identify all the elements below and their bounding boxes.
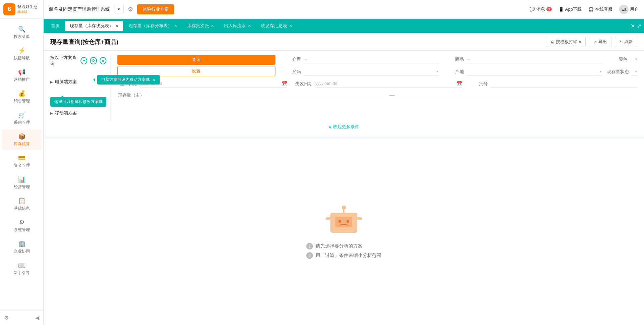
tab-close-all-icon[interactable]: ✕ bbox=[631, 23, 635, 29]
warehouse-label: 仓库 bbox=[281, 56, 301, 62]
collapse-bar[interactable]: ∧ 收起更多条件 bbox=[50, 121, 637, 132]
empty-hint-1: 1 请先选择要分析的方案 bbox=[306, 243, 381, 250]
prod-date-input[interactable]: yyyy-mm-dd 📅 bbox=[140, 79, 287, 88]
search-button[interactable]: 查询 bbox=[117, 55, 275, 65]
user-action[interactable]: Ea 用户 bbox=[619, 5, 639, 14]
sidebar-item-inventory[interactable]: 📦 库存核算 bbox=[2, 129, 41, 150]
tab-close-icon[interactable]: ✕ bbox=[211, 24, 214, 28]
trial-button[interactable]: 体验行业方案 bbox=[137, 4, 174, 14]
topbar-settings-icon[interactable]: ⚙ bbox=[128, 6, 133, 13]
sidebar-item-enterprise[interactable]: 🏢 企业协同 bbox=[2, 237, 41, 258]
app-download-action[interactable]: 📱 App下载 bbox=[558, 6, 582, 12]
footer-settings-icon[interactable]: ⚙ bbox=[4, 315, 9, 321]
refresh-btn[interactable]: ↻ 刷新 bbox=[615, 37, 637, 47]
tab-inventory-dist[interactable]: 现存量（库存分布表） ✕ bbox=[124, 21, 182, 31]
origin-select[interactable]: ▾ bbox=[467, 68, 602, 75]
stock-status-select[interactable]: ▾ bbox=[632, 68, 637, 75]
filter-exp-date-row: 失效日期 yyyy-mm-dd 📅 bbox=[292, 79, 462, 88]
color-dropdown-icon: ▾ bbox=[635, 57, 637, 61]
scheme-mobile-label: 移动端方案 bbox=[55, 110, 77, 116]
warehouse-select[interactable]: ··· bbox=[304, 55, 439, 63]
system-selector[interactable]: ▾ bbox=[114, 5, 124, 13]
scheme-tree: 电脑方案可设为移动方案哦 ✕ ▶ 电脑端方案 这里可以创建和修改方案哦 ✕ bbox=[50, 77, 106, 117]
guide-icon: 📖 bbox=[18, 262, 25, 269]
sidebar-item-system[interactable]: ⚙ 系统管理 bbox=[2, 215, 41, 236]
tab-inout-flow[interactable]: 出入库流水 ✕ bbox=[219, 21, 256, 31]
sidebar-item-label: 资金管理 bbox=[14, 163, 30, 168]
export-btn[interactable]: ↗ 导出 bbox=[589, 37, 611, 47]
sidebar-item-basic[interactable]: 📋 基础信息 bbox=[2, 194, 41, 215]
edit-scheme-btn[interactable]: ⟳ bbox=[90, 57, 97, 64]
tab-close-icon[interactable]: ✕ bbox=[174, 24, 177, 28]
product-dots: ··· bbox=[467, 57, 470, 62]
product-select[interactable]: ··· bbox=[467, 55, 602, 63]
tab-home[interactable]: 首页 bbox=[46, 21, 64, 31]
logo-area: 6 畅通好生意 标准版 bbox=[0, 0, 43, 19]
sidebar-item-guide[interactable]: 📖 新手引导 bbox=[2, 258, 41, 279]
tab-flow-label: 出入库流水 bbox=[224, 23, 246, 29]
filter-size-row: 尺码 ▾ bbox=[281, 68, 439, 75]
search-icon: 🔍 bbox=[18, 25, 25, 33]
exp-date-input[interactable]: yyyy-mm-dd 📅 bbox=[315, 79, 462, 88]
app-badge: 标准版 bbox=[17, 10, 38, 14]
tab-close-icon[interactable]: ✕ bbox=[289, 24, 292, 28]
tab-close-icon[interactable]: ✕ bbox=[248, 24, 251, 28]
sidebar-item-label: 营销推广 bbox=[14, 77, 30, 83]
print-dropdown-icon: ▾ bbox=[579, 40, 581, 45]
support-action[interactable]: 🎧 在线客服 bbox=[588, 6, 612, 12]
page-title: 现存量查询(按仓库+商品) bbox=[50, 38, 118, 46]
sidebar-item-search[interactable]: 🔍 搜索菜单 bbox=[2, 22, 41, 43]
page-header: 现存量查询(按仓库+商品) 🖨 按模板打印 ▾ ↗ 导出 ↻ 刷新 bbox=[44, 33, 644, 51]
product-label: 商品 bbox=[444, 56, 464, 62]
prod-date-calendar-icon[interactable]: 📅 bbox=[281, 81, 287, 86]
sidebar-item-marketing[interactable]: 📢 营销推广 bbox=[2, 65, 41, 86]
tab-recv-send[interactable]: 收发存汇总表 ✕ bbox=[256, 21, 297, 31]
tooltip-close-icon[interactable]: ✕ bbox=[152, 77, 156, 82]
stock-main-label: 现存量（主） bbox=[117, 92, 144, 98]
user-label: 用户 bbox=[630, 6, 639, 12]
app-name: 畅通好生意 bbox=[17, 4, 38, 10]
refresh-icon: ↻ bbox=[619, 40, 623, 45]
svg-point-5 bbox=[342, 206, 345, 209]
tab-batch-account[interactable]: 库存批次账 ✕ bbox=[182, 21, 219, 31]
tooltip-edit-text: 这里可以创建和修改方案哦 bbox=[54, 99, 103, 105]
size-select[interactable]: ▾ bbox=[304, 68, 439, 75]
user-avatar: Ea bbox=[619, 5, 629, 14]
message-action[interactable]: 💬 消息 9 bbox=[530, 6, 552, 12]
sidebar-item-label: 快捷导航 bbox=[14, 55, 30, 61]
refresh-label: 刷新 bbox=[624, 39, 633, 45]
stock-main-to-input[interactable] bbox=[399, 91, 637, 99]
tabbar: 首页 现存量（库存状况表） ✕ 现存量（库存分布表） ✕ 库存批次账 ✕ 出入库… bbox=[44, 19, 644, 33]
finance-icon: 💳 bbox=[18, 154, 25, 162]
exp-date-label: 失效日期 bbox=[292, 81, 313, 87]
batch-input[interactable] bbox=[490, 80, 637, 88]
tab-maximize-icon[interactable]: ⤢ bbox=[637, 23, 641, 29]
print-btn[interactable]: 🖨 按模板打印 ▾ bbox=[546, 37, 586, 47]
exp-date-placeholder: yyyy-mm-dd bbox=[315, 81, 337, 86]
tab-inventory-status[interactable]: 现存量（库存状况表） ✕ bbox=[65, 21, 123, 31]
filter-title-row: 按以下方案查询 + ⟳ « bbox=[50, 55, 106, 67]
sidebar-item-operation[interactable]: 📊 经营管理 bbox=[2, 172, 41, 193]
export-icon: ↗ bbox=[593, 40, 597, 45]
filter-product-row: 商品 ··· bbox=[444, 55, 602, 63]
sidebar-item-finance[interactable]: 💳 资金管理 bbox=[2, 151, 41, 172]
scheme-mobile-node[interactable]: ▶ 移动端方案 bbox=[50, 109, 106, 117]
empty-hint-2: 2 用「过滤」条件来缩小分析范围 bbox=[306, 252, 381, 259]
empty-hint-2-text: 用「过滤」条件来缩小分析范围 bbox=[316, 253, 381, 259]
stock-main-from-input[interactable] bbox=[147, 91, 385, 99]
message-badge: 9 bbox=[546, 7, 552, 11]
exp-date-calendar-icon[interactable]: 📅 bbox=[457, 81, 462, 86]
sidebar-item-sales[interactable]: 💰 销售管理 bbox=[2, 87, 41, 107]
footer-collapse-icon[interactable]: ◀ bbox=[35, 315, 39, 321]
filter-label: 按以下方案查询 bbox=[50, 55, 78, 67]
tab-close-icon[interactable]: ✕ bbox=[115, 24, 118, 28]
sidebar-item-purchase[interactable]: 🛒 采购管理 bbox=[2, 108, 41, 129]
origin-dropdown-icon: ▾ bbox=[600, 69, 602, 74]
tooltip-close-edit-icon[interactable]: ✕ bbox=[105, 100, 109, 104]
back-scheme-btn[interactable]: « bbox=[100, 57, 106, 64]
color-select[interactable]: ▾ bbox=[630, 56, 637, 63]
add-scheme-btn[interactable]: + bbox=[80, 57, 87, 64]
stock-status-label: 现存量状态 bbox=[607, 69, 629, 75]
empty-state: 1 请先选择要分析的方案 2 用「过滤」条件来缩小分析范围 bbox=[44, 139, 644, 325]
sidebar-item-quick-nav[interactable]: ⚡ 快捷导航 bbox=[2, 44, 41, 64]
